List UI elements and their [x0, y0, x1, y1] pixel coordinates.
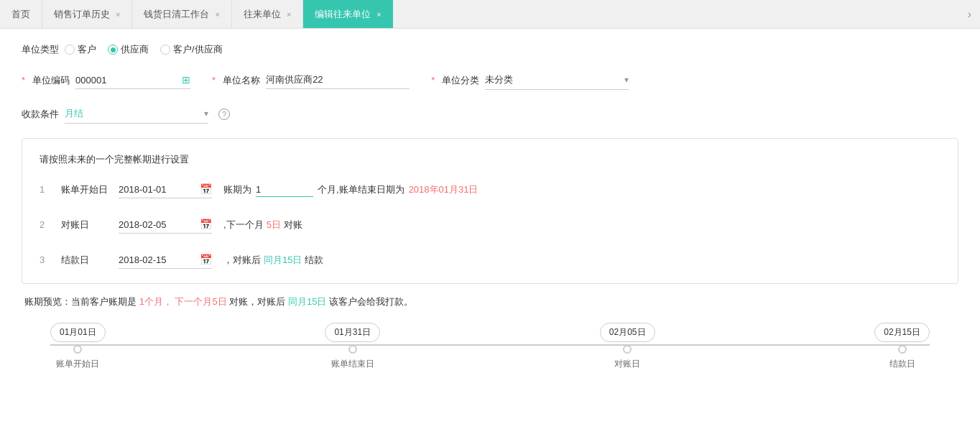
unit-name-input[interactable] [266, 72, 410, 89]
timeline-node-2: 01月31日 账单结束日 [325, 323, 380, 370]
unit-type-row: 单位类型 客户 供应商 客户/供应商 [22, 43, 958, 56]
period-row-1-desc: 账期为 个月,账单结束日期为 2018年01月31日 [223, 183, 478, 197]
timeline-node-3-dot [623, 345, 632, 354]
timeline-node-4-dot [898, 345, 907, 354]
unit-code-picker-icon[interactable]: ⊞ [182, 74, 190, 86]
radio-supplier-circle [108, 45, 118, 55]
radio-supplier-label: 供应商 [121, 43, 149, 56]
preview-reconcile: 下一个月5日 [175, 296, 226, 307]
payment-condition-arrow-icon: ▾ [204, 109, 208, 119]
tab-edit-partner-close[interactable]: × [376, 10, 381, 19]
period-row-2-num: 2 [40, 219, 61, 230]
unit-code-required: * [22, 75, 25, 86]
tab-edit-partner-label: 编辑往来单位 [315, 8, 371, 21]
timeline-node-1-label: 账单开始日 [56, 358, 99, 370]
radio-supplier[interactable]: 供应商 [108, 43, 149, 56]
timeline-node-3-date: 02月05日 [600, 323, 655, 342]
unit-category-arrow-icon: ▾ [624, 75, 629, 85]
preview-months: 1个月， [139, 296, 172, 307]
tab-home[interactable]: 首页 [0, 0, 42, 28]
period-row-1-num: 1 [40, 184, 61, 195]
tab-cash-goods-workbench-label: 钱货日清工作台 [144, 8, 209, 21]
tab-partner-units[interactable]: 往来单位 × [232, 0, 303, 28]
tab-sales-order-history-close[interactable]: × [116, 10, 120, 19]
unit-type-label: 单位类型 [22, 43, 59, 56]
period-row-1-date-input[interactable] [119, 184, 200, 195]
payment-condition-select[interactable]: 月结 ▾ [65, 104, 208, 124]
payment-condition-label: 收款条件 [22, 108, 59, 121]
timeline-node-1-date: 01月01日 [50, 323, 106, 342]
timeline-node-1-dot [73, 345, 82, 354]
preview-reconcile-suffix: 对账，对账后 [229, 296, 285, 307]
preview-prefix: 账期预览：当前客户账期是 [24, 296, 137, 307]
period-months-input[interactable] [256, 183, 313, 197]
unit-category-field: * 单位分类 未分类 ▾ [431, 70, 629, 90]
period-row-3: 3 结款日 📅 ，对账后 同月15日 结款 [40, 251, 940, 269]
period-row-1-desc-post: 个月,账单结束日期为 [318, 183, 405, 196]
period-row-3-date-input[interactable] [119, 254, 200, 265]
timeline-node-1: 01月01日 账单开始日 [50, 323, 106, 370]
tab-sales-order-history-label: 销售订单历史 [54, 8, 110, 21]
tab-bar: 首页 销售订单历史 × 钱货日清工作台 × 往来单位 × 编辑往来单位 × › [0, 0, 980, 29]
period-card-title: 请按照未来的一个完整帐期进行设置 [40, 153, 940, 166]
timeline-node-3: 02月05日 对账日 [600, 323, 655, 370]
radio-customer-supplier-circle [160, 45, 170, 55]
tab-partner-units-close[interactable]: × [287, 10, 291, 19]
radio-customer[interactable]: 客户 [65, 43, 96, 56]
period-row-1-cal-icon[interactable]: 📅 [200, 183, 212, 195]
unit-code-input[interactable] [75, 72, 182, 88]
unit-code-input-wrap: ⊞ [75, 72, 190, 89]
tab-edit-partner[interactable]: 编辑往来单位 × [303, 0, 392, 28]
period-row-3-highlight: 同月15日 [264, 254, 302, 267]
timeline-node-2-label: 账单结束日 [331, 358, 374, 370]
tab-sales-order-history[interactable]: 销售订单历史 × [42, 0, 132, 28]
payment-condition-row: 收款条件 月结 ▾ ? [22, 104, 958, 124]
period-row-1-desc-pre: 账期为 [223, 183, 251, 196]
main-content: 单位类型 客户 供应商 客户/供应商 * 单位编码 [0, 29, 980, 437]
tab-cash-goods-workbench-close[interactable]: × [215, 10, 219, 19]
unit-category-select[interactable]: 未分类 ▾ [485, 70, 629, 90]
period-row-2-date-input[interactable] [119, 219, 200, 230]
period-row-2-desc-pre: ,下一个月 [223, 218, 264, 231]
unit-name-field: * 单位名称 [212, 72, 410, 89]
period-row-1: 1 账单开始日 📅 账期为 个月,账单结束日期为 2018年01月31日 [40, 180, 940, 198]
timeline-node-4-label: 结款日 [889, 358, 915, 370]
tab-cash-goods-workbench[interactable]: 钱货日清工作台 × [132, 0, 231, 28]
unit-code-field: * 单位编码 ⊞ [22, 72, 190, 89]
period-row-3-desc-post: 结款 [305, 254, 323, 267]
tab-more-button[interactable]: › [959, 8, 980, 21]
timeline-node-4: 02月15日 结款日 [874, 323, 930, 370]
unit-category-label: 单位分类 [442, 74, 479, 87]
period-row-1-end-date: 2018年01月31日 [409, 183, 479, 196]
preview-section: 账期预览：当前客户账期是 1个月， 下一个月5日 对账，对账后 同月15日 该客… [22, 295, 958, 308]
timeline-nodes: 01月01日 账单开始日 01月31日 账单结束日 02月05日 对账日 02月… [50, 323, 930, 370]
period-row-3-date-wrap: 📅 [119, 251, 212, 269]
unit-category-required: * [431, 75, 435, 86]
payment-condition-help-icon[interactable]: ? [218, 109, 230, 120]
radio-customer-circle [65, 45, 75, 55]
payment-condition-value: 月结 [65, 107, 204, 120]
preview-payment: 同月15日 [288, 296, 326, 307]
unit-type-radio-group: 客户 供应商 客户/供应商 [65, 43, 223, 56]
period-row-3-desc-pre: ，对账后 [223, 254, 261, 267]
unit-name-required: * [212, 75, 216, 86]
tab-home-label: 首页 [11, 8, 30, 21]
timeline-node-2-date: 01月31日 [325, 323, 380, 342]
period-settings-card: 请按照未来的一个完整帐期进行设置 1 账单开始日 📅 账期为 个月,账单结束日期… [22, 138, 958, 284]
period-row-3-cal-icon[interactable]: 📅 [200, 254, 212, 265]
radio-customer-supplier[interactable]: 客户/供应商 [160, 43, 223, 56]
period-row-2-cal-icon[interactable]: 📅 [200, 218, 212, 230]
tab-partner-units-label: 往来单位 [244, 8, 281, 21]
period-row-3-label: 结款日 [61, 254, 119, 267]
period-row-1-label: 账单开始日 [61, 183, 119, 196]
timeline-node-3-label: 对账日 [614, 358, 640, 370]
period-row-2: 2 对账日 📅 ,下一个月 5日 对账 [40, 216, 940, 234]
period-row-3-num: 3 [40, 254, 61, 265]
unit-name-label: 单位名称 [223, 74, 260, 87]
period-row-2-highlight: 5日 [267, 218, 281, 231]
unit-category-value: 未分类 [485, 73, 624, 86]
period-row-3-desc: ，对账后 同月15日 结款 [223, 254, 323, 267]
period-row-2-desc: ,下一个月 5日 对账 [223, 218, 302, 231]
preview-payment-suffix: 该客户会给我打款。 [329, 296, 413, 307]
period-row-2-date-wrap: 📅 [119, 216, 212, 234]
